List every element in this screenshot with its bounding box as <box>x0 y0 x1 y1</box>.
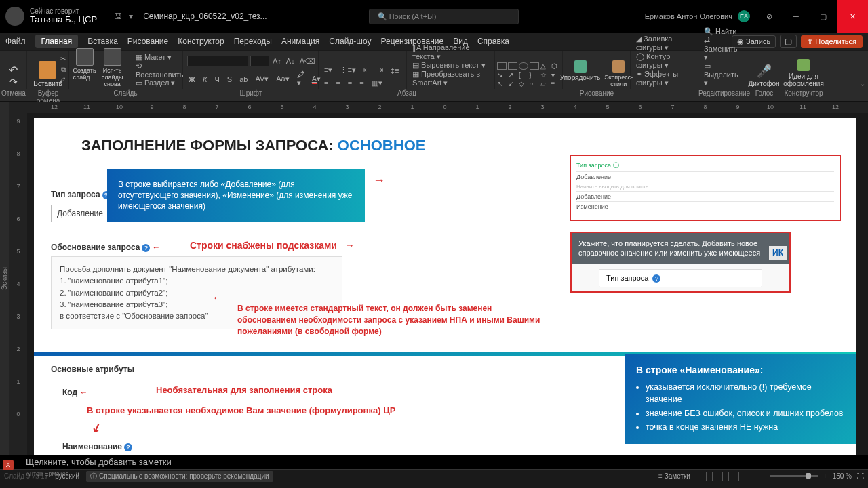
tab-draw[interactable]: Рисование <box>127 37 168 46</box>
font-family-input[interactable] <box>187 56 248 66</box>
strike-icon[interactable]: S <box>226 75 233 83</box>
italic-icon[interactable]: К <box>201 75 208 83</box>
shape-effects-button[interactable]: ✦ Эффекты фигуры ▾ <box>635 70 694 87</box>
dictate-button[interactable]: 🎤Диктофон <box>748 64 779 87</box>
minimize-button[interactable]: ─ <box>783 7 810 26</box>
undo-button[interactable]: ↶ <box>9 64 18 77</box>
highlight-icon[interactable]: 🖍▾ <box>296 70 306 87</box>
tab-slideshow[interactable]: Слайд-шоу <box>329 37 371 46</box>
increase-font-icon[interactable]: A↑ <box>271 57 283 65</box>
bold-icon[interactable]: Ж <box>187 75 197 83</box>
underline-icon[interactable]: Ч <box>213 75 220 83</box>
select-button[interactable]: ▭ Выделить ▾ <box>703 62 743 87</box>
accessibility-button[interactable]: ⓘ Специальные возможности: проверьте рек… <box>86 471 273 482</box>
shadow-icon[interactable]: ab <box>238 75 249 83</box>
slide-canvas[interactable]: ЗАПОЛНЕНИЕ ФОРМЫ ЗАПРОСА: ОСНОВНОЕ Тип з… <box>34 118 856 455</box>
tab-home[interactable]: Главная <box>35 35 79 48</box>
dropdown-icon[interactable]: ▾ <box>129 12 133 21</box>
quick-styles-button[interactable]: Экспресс-стили <box>604 60 633 87</box>
thumbnails-collapsed[interactable]: Эскизы <box>0 102 9 455</box>
shape-fill-button[interactable]: ◢ Заливка фигуры ▾ <box>635 35 694 52</box>
text-direction-button[interactable]: ‖A Направление текста ▾ <box>411 43 490 61</box>
layout-button[interactable]: ▦ Макет ▾ <box>134 53 173 62</box>
collapse-ribbon-icon[interactable]: ⌄ <box>860 80 865 87</box>
speaker-info: Сейчас говорит Татьяна Б., ЦСР <box>30 7 97 24</box>
reuse-slides-button[interactable]: Исп-ть слайды снова <box>99 48 126 87</box>
font-size-input[interactable] <box>250 56 269 66</box>
present-icon[interactable]: ▢ <box>780 35 797 48</box>
mk-badge: ИК <box>769 246 787 260</box>
indent-right-icon[interactable]: ⇥ <box>376 66 384 75</box>
normal-view-icon[interactable] <box>696 472 707 481</box>
label-request-type: Тип запроса? <box>51 190 111 199</box>
notes-pane[interactable]: Щелкните, чтобы добавить заметки <box>0 455 868 469</box>
zoom-out-icon[interactable]: − <box>761 472 765 480</box>
align-text-button[interactable]: ▤ Выровнять текст ▾ <box>411 61 487 70</box>
tab-design[interactable]: Конструктор <box>178 37 224 46</box>
design-ideas-button[interactable]: Идеи для оформления <box>783 59 824 87</box>
search-input[interactable]: 🔍 Поиск (Alt+Ы) <box>369 9 519 24</box>
tab-insert[interactable]: Вставка <box>87 37 118 46</box>
label-reason: Обоснование запроса?← <box>51 243 160 252</box>
thumbnails-label: Эскизы <box>1 267 8 290</box>
maximize-button[interactable]: ▢ <box>810 7 837 26</box>
search-placeholder: Поиск (Alt+Ы) <box>389 12 437 20</box>
clear-format-icon[interactable]: A⌫ <box>298 57 317 66</box>
optional-note: Необязательная для заполнения строка <box>156 385 332 395</box>
autosave-icon[interactable]: 🖫 <box>114 12 122 21</box>
numbering-icon[interactable]: ⋮≡▾ <box>338 66 357 75</box>
hint-text: Строки снабжены подсказками → <box>190 240 355 251</box>
spacing-icon[interactable]: AV▾ <box>254 75 270 83</box>
align-right-icon[interactable]: ≡ <box>347 79 353 87</box>
tab-animation[interactable]: Анимация <box>281 37 319 46</box>
case-icon[interactable]: Aa▾ <box>275 75 290 83</box>
slideshow-view-icon[interactable] <box>745 472 755 481</box>
columns-icon[interactable]: ▥▾ <box>370 79 384 87</box>
fit-window-icon[interactable]: ⛶ <box>857 472 864 480</box>
copy-icon[interactable]: ⧉ <box>61 66 66 74</box>
share-button[interactable]: ⇧ Поделиться <box>801 35 863 48</box>
status-bar: Слайд 9 из 17 русский ⓘ Специальные возм… <box>0 469 868 483</box>
new-slide-button[interactable]: Создать слайд <box>73 48 96 87</box>
ribbon: ↶ ↷ Вставить ✂ ⧉ 🖌 Создать слайд Исп-ть … <box>0 50 868 89</box>
ruler-horizontal: 1211109876543210123456789101112 <box>9 102 868 113</box>
arrow-icon: ↘ <box>89 420 106 435</box>
work-area: Эскизы 1211109876543210123456789101112 9… <box>0 102 868 455</box>
bullets-icon[interactable]: ≡▾ <box>323 66 334 75</box>
meeting-icon[interactable]: ⊘ <box>755 7 783 26</box>
reset-button[interactable]: ⟲ Восстановить <box>134 62 184 79</box>
user-avatar[interactable]: ЕА <box>738 10 750 22</box>
decrease-font-icon[interactable]: A↓ <box>285 57 296 65</box>
arrange-button[interactable]: Упорядочить <box>560 60 601 87</box>
zoom-in-icon[interactable]: + <box>823 472 827 480</box>
paste-button[interactable]: Вставить <box>33 61 62 87</box>
cut-icon[interactable]: ✂ <box>60 55 66 62</box>
zoom-slider[interactable] <box>770 475 818 477</box>
align-center-icon[interactable]: ≡ <box>334 79 341 87</box>
zoom-level[interactable]: 150 % <box>833 472 852 480</box>
tab-transitions[interactable]: Переходы <box>234 37 272 46</box>
shapes-gallery[interactable]: △⬡ ↘↗{}☆▾ ↖↙◇○▱≡ <box>497 62 561 87</box>
section-button[interactable]: ▭ Раздел ▾ <box>134 79 176 87</box>
ribbon-group-labels: Отмена Буфер обмена Слайды Шрифт Абзац Р… <box>0 89 868 102</box>
format-painter-icon[interactable]: 🖌 <box>59 77 66 84</box>
align-left-icon[interactable]: ≡ <box>323 79 330 87</box>
label-name: Наименование? <box>62 442 132 451</box>
document-title[interactable]: Семинар_кцр_060522_v02_тез... <box>143 12 267 21</box>
line-spacing-icon[interactable]: ‡≡ <box>389 66 401 75</box>
close-button[interactable]: ✕ <box>837 0 868 33</box>
shape-outline-button[interactable]: ◯ Контур фигуры ▾ <box>635 52 694 70</box>
redo-button[interactable]: ↷ <box>9 77 18 87</box>
notes-toggle[interactable]: ≡ Заметки <box>658 472 690 480</box>
participant-avatar: А <box>3 460 14 470</box>
justify-icon[interactable]: ≡ <box>358 79 365 87</box>
indent-left-icon[interactable]: ⇤ <box>362 66 371 75</box>
smartart-button[interactable]: ▦ Преобразовать в SmartArt ▾ <box>411 70 490 87</box>
find-button[interactable]: 🔍 Найти <box>703 27 738 36</box>
reading-view-icon[interactable] <box>728 472 739 481</box>
callout-blue-1: В строке выбирается либо «Добавление» (д… <box>107 169 365 222</box>
sorter-view-icon[interactable] <box>712 472 723 481</box>
replace-button[interactable]: ⇄ Заменить ▾ <box>703 36 743 62</box>
tab-file[interactable]: Файл <box>5 37 26 46</box>
titlebar-right: Ермаков Антон Олегович ЕА ⊘ ─ ▢ ✕ <box>645 0 868 33</box>
